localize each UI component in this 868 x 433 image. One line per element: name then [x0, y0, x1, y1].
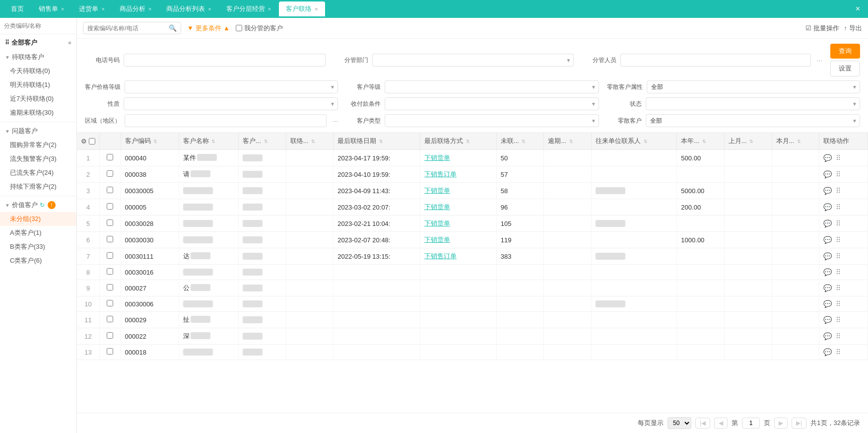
- more-action-icon[interactable]: ⠿: [836, 219, 841, 227]
- more-action-icon[interactable]: ⠿: [836, 332, 841, 340]
- page-number-input[interactable]: [742, 418, 760, 429]
- contact-action-icon[interactable]: 💬: [823, 203, 832, 211]
- customer-type-select[interactable]: [385, 114, 599, 127]
- col-header-code[interactable]: 客户编码 ⇅: [121, 133, 179, 150]
- col-header-no-contact[interactable]: 未联... ⇅: [496, 133, 544, 150]
- col-header-this-year[interactable]: 本年... ⇅: [677, 133, 725, 150]
- col-header-this-month[interactable]: 本月... ⇅: [772, 133, 819, 150]
- problem-customers-toggle[interactable]: ▼ 问题客户: [0, 124, 76, 138]
- row-select-checkbox[interactable]: [107, 203, 113, 210]
- more-action-icon[interactable]: ⠿: [836, 170, 841, 178]
- col-header-unit-contact[interactable]: 往来单位联系人 ⇅: [591, 133, 676, 150]
- sidebar-item-tomorrow-pending[interactable]: 明天待联络(1): [0, 78, 76, 92]
- contact-action-icon[interactable]: 💬: [823, 316, 832, 324]
- contact-method-link[interactable]: 下销售订单: [424, 252, 457, 260]
- pending-contact-toggle[interactable]: ▼ 待联络客户: [0, 50, 76, 64]
- tab-product-analysis[interactable]: 商品分析 ×: [113, 1, 158, 16]
- batch-ops-button[interactable]: ☑ 批量操作: [805, 24, 839, 33]
- sidebar-item-near7-pending[interactable]: 近7天待联络(0): [0, 92, 76, 106]
- row-select-checkbox[interactable]: [107, 252, 113, 259]
- contact-method-link[interactable]: 下销货单: [424, 154, 450, 161]
- tab-purchase[interactable]: 进货单 ×: [72, 1, 111, 16]
- sidebar-item-persistent-decline[interactable]: 持续下滑客户(2): [0, 180, 76, 194]
- row-select-checkbox[interactable]: [107, 316, 113, 322]
- contact-action-icon[interactable]: 💬: [823, 332, 832, 340]
- payment-select[interactable]: [385, 97, 599, 110]
- close-icon[interactable]: ×: [61, 6, 64, 12]
- contact-method-link[interactable]: 下销货单: [424, 203, 450, 211]
- sidebar-item-already-lost[interactable]: 已流失客户(24): [0, 166, 76, 180]
- row-select-checkbox[interactable]: [107, 348, 113, 355]
- contact-action-icon[interactable]: 💬: [823, 284, 832, 292]
- status-select[interactable]: [646, 97, 860, 110]
- contact-action-icon[interactable]: 💬: [823, 219, 832, 227]
- tab-sales[interactable]: 销售单 ×: [32, 1, 71, 16]
- col-header-type[interactable]: 客户... ⇅: [239, 133, 286, 150]
- tab-home[interactable]: 首页: [4, 1, 31, 16]
- settings-icon[interactable]: ⚙: [81, 138, 87, 145]
- manager-more-icon[interactable]: ···: [817, 57, 822, 64]
- all-customers-title[interactable]: ⠿ 全部客户 «: [0, 34, 76, 50]
- more-action-icon[interactable]: ⠿: [836, 203, 841, 211]
- col-header-last-date[interactable]: 最后联络日期 ⇅: [334, 133, 420, 150]
- close-icon[interactable]: ×: [148, 6, 151, 12]
- sidebar-item-group-a[interactable]: A类客户(1): [0, 226, 76, 240]
- contact-method-link[interactable]: 下销货单: [424, 236, 450, 243]
- contact-action-icon[interactable]: 💬: [823, 300, 832, 308]
- contact-action-icon[interactable]: 💬: [823, 236, 832, 244]
- per-page-select[interactable]: 50: [668, 417, 691, 429]
- contact-method-link[interactable]: 下销售订单: [424, 170, 457, 178]
- close-icon[interactable]: ×: [268, 6, 271, 12]
- last-page-button[interactable]: ▶|: [792, 418, 806, 429]
- price-level-select[interactable]: [125, 80, 338, 93]
- close-icon[interactable]: ×: [208, 6, 211, 12]
- my-customers-checkbox[interactable]: [236, 25, 242, 31]
- tab-product-analysis-list[interactable]: 商品分析列表 ×: [159, 1, 218, 16]
- contact-method-link[interactable]: 下销货单: [424, 219, 450, 227]
- row-select-checkbox[interactable]: [107, 284, 113, 290]
- contact-action-icon[interactable]: 💬: [823, 252, 832, 260]
- value-customers-toggle[interactable]: ▼ 价值客户 ↻ !: [0, 198, 76, 212]
- contact-action-icon[interactable]: 💬: [823, 170, 832, 178]
- area-more-icon[interactable]: ···: [333, 117, 338, 125]
- row-select-checkbox[interactable]: [107, 300, 113, 306]
- close-icon[interactable]: ×: [315, 6, 318, 12]
- refresh-icon[interactable]: ↻: [40, 202, 45, 209]
- prev-page-button[interactable]: ◀: [714, 418, 728, 429]
- gender-select[interactable]: [124, 97, 338, 110]
- window-close-button[interactable]: ×: [852, 4, 864, 13]
- tab-customer-contact[interactable]: 客户联络 ×: [279, 1, 325, 16]
- dept-select[interactable]: [372, 54, 574, 67]
- row-select-checkbox[interactable]: [107, 154, 113, 160]
- select-all-checkbox[interactable]: [89, 138, 95, 144]
- tab-customer-tier[interactable]: 客户分层经营 ×: [219, 1, 278, 16]
- col-header-name[interactable]: 客户名称 ⇅: [179, 133, 238, 150]
- col-header-last-method[interactable]: 最后联络方式 ⇅: [420, 133, 496, 150]
- phone-input[interactable]: [124, 54, 326, 67]
- sidebar-item-overdue-pending[interactable]: 逾期未联络(30): [0, 106, 76, 120]
- search-input[interactable]: [87, 25, 167, 32]
- manager-input[interactable]: [620, 54, 811, 67]
- more-action-icon[interactable]: ⠿: [836, 252, 841, 260]
- row-select-checkbox[interactable]: [107, 187, 113, 193]
- reset-button[interactable]: 设置: [830, 61, 860, 76]
- col-header-last-month[interactable]: 上月... ⇅: [724, 133, 772, 150]
- retail-attr-select[interactable]: 全部: [647, 80, 860, 93]
- contact-action-icon[interactable]: 💬: [823, 348, 832, 356]
- first-page-button[interactable]: |◀: [695, 418, 710, 429]
- more-action-icon[interactable]: ⠿: [836, 316, 841, 324]
- more-action-icon[interactable]: ⠿: [836, 154, 841, 162]
- more-conditions-button[interactable]: ▼ 更多条件 ▲: [187, 24, 230, 33]
- more-action-icon[interactable]: ⠿: [836, 268, 841, 276]
- sidebar-item-no-group[interactable]: 未分组(32): [0, 212, 76, 226]
- export-button[interactable]: ↑ 导出: [844, 24, 863, 33]
- close-icon[interactable]: ×: [101, 6, 104, 12]
- row-select-checkbox[interactable]: [107, 219, 113, 226]
- next-page-button[interactable]: ▶: [774, 418, 788, 429]
- sidebar-item-group-b[interactable]: B类客户(33): [0, 240, 76, 254]
- sidebar-search-input[interactable]: [4, 22, 77, 29]
- collapse-sidebar-button[interactable]: «: [68, 39, 71, 46]
- search-icon[interactable]: 🔍: [169, 24, 177, 32]
- col-header-overdue[interactable]: 逾期... ⇅: [544, 133, 592, 150]
- row-select-checkbox[interactable]: [107, 170, 113, 177]
